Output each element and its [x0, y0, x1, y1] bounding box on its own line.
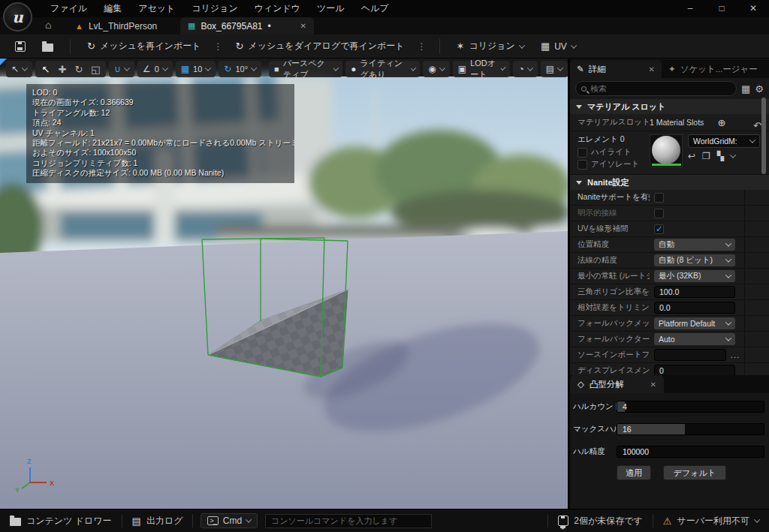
- material-underline: [652, 164, 681, 166]
- stat-line: トライアングル数: 12: [32, 108, 288, 118]
- keep-triangle-percent-input[interactable]: 100.0: [654, 286, 735, 298]
- hull-precision-row: ハル精度 100000: [570, 446, 769, 458]
- position-precision-dropdown[interactable]: 自動: [654, 239, 735, 251]
- move-tool-icon[interactable]: ✚: [55, 64, 70, 75]
- reimport-options-icon[interactable]: ⋮: [211, 41, 225, 52]
- default-button[interactable]: デフォルト: [663, 465, 726, 480]
- checker-dropdown-icon[interactable]: ▚: [717, 151, 724, 161]
- add-material-slot-icon[interactable]: ⊕: [717, 117, 725, 128]
- trim-relative-error-input[interactable]: 0.0: [654, 302, 735, 314]
- tab-close-icon[interactable]: ✕: [300, 22, 306, 30]
- display-filter-icon[interactable]: ▦: [741, 83, 750, 95]
- minimum-residency-dropdown[interactable]: 最小 (32KB): [654, 270, 735, 282]
- unsaved-assets-button[interactable]: 2個が未保存です: [548, 509, 653, 532]
- max-hull-slider[interactable]: 16: [617, 423, 764, 435]
- section-material-slots[interactable]: マテリアル スロット: [570, 99, 769, 114]
- gear-icon[interactable]: ⚙: [755, 83, 764, 95]
- use-selected-icon[interactable]: ↩: [688, 151, 695, 161]
- surface-snap-button[interactable]: ∪: [109, 61, 134, 77]
- browse-file-button[interactable]: ...: [731, 350, 740, 359]
- tab-asset[interactable]: ▦ Box_66795A81 • ✕: [180, 17, 314, 35]
- lod-button[interactable]: ▣ LODオート: [453, 61, 511, 77]
- highlight-checkbox[interactable]: [578, 148, 587, 158]
- nanite-enabled-checkbox[interactable]: [654, 193, 664, 203]
- tab-convex-decomposition[interactable]: ◇ 凸型分解 ✕: [570, 375, 664, 393]
- scale-snap-value: 0: [155, 65, 159, 74]
- max-hull-value: 16: [623, 425, 632, 434]
- chevron-down-icon: [526, 65, 532, 71]
- viewport[interactable]: Z X Y ↖ ↖ ✚ ↻ ◱ ∪ ∠ 0: [0, 59, 568, 509]
- grid-snap-button[interactable]: ▦ 10: [176, 61, 216, 77]
- content-drawer-button[interactable]: コンテンツ ドロワー: [0, 509, 122, 532]
- output-log-icon: ▤: [132, 515, 141, 527]
- tab-level[interactable]: ▲ LvL_ThirdPerson: [69, 17, 163, 35]
- fallback-mesh-dropdown[interactable]: Platform Default: [654, 317, 735, 329]
- scale-tool-icon[interactable]: ◱: [88, 64, 103, 75]
- source-import-filename-input[interactable]: [654, 349, 726, 361]
- menu-help[interactable]: ヘルプ: [353, 0, 397, 17]
- home-icon[interactable]: ⌂: [45, 19, 51, 31]
- browse-asset-button[interactable]: [36, 38, 59, 55]
- gauge-icon: ◔: [518, 64, 523, 74]
- select-tool-icon[interactable]: ↖: [38, 64, 53, 75]
- search-input[interactable]: [590, 84, 731, 93]
- rotation-snap-value: 10°: [235, 65, 248, 74]
- screenshot-button[interactable]: ▤: [541, 61, 568, 77]
- minimize-button[interactable]: –: [674, 0, 706, 17]
- apply-button[interactable]: 適用: [617, 465, 651, 480]
- reimport-dialog-options-icon[interactable]: ⋮: [415, 41, 429, 52]
- reimport-dialog-button[interactable]: ↻ メッシュをダイアログで再インポート: [229, 37, 410, 56]
- material-element-row: エレメント 0 ハイライト アイソレート WorldGridM: ↩ ❐: [570, 131, 769, 175]
- scale-snap-button[interactable]: ∠ 0: [137, 61, 173, 77]
- hull-precision-input[interactable]: 100000: [617, 446, 764, 458]
- close-button[interactable]: ✕: [737, 0, 769, 17]
- tab-details[interactable]: ✎ 詳細 ✕: [570, 60, 662, 78]
- tab-bar: ⌂ ▲ LvL_ThirdPerson ▦ Box_66795A81 • ✕: [0, 17, 769, 35]
- output-log-button[interactable]: ▤ 出力ログ: [122, 509, 193, 532]
- convex-tab-bar: ◇ 凸型分解 ✕: [570, 375, 769, 393]
- unreal-logo[interactable]: u: [3, 2, 32, 32]
- reset-to-default-icon[interactable]: ↶: [753, 120, 761, 131]
- tab-socket-manager[interactable]: ✦ ソケット...ージャー: [662, 60, 764, 78]
- tab-close-icon[interactable]: ✕: [649, 65, 655, 74]
- fallback-target-dropdown[interactable]: Auto: [654, 333, 735, 345]
- menu-asset[interactable]: アセット: [130, 0, 183, 17]
- menu-file[interactable]: ファイル: [42, 0, 95, 17]
- show-flags-button[interactable]: ◉: [423, 61, 449, 77]
- cmd-dropdown[interactable]: >_ Cmd: [201, 513, 258, 528]
- material-select-dropdown[interactable]: WorldGridM:: [688, 134, 760, 148]
- isolate-checkbox[interactable]: [578, 160, 587, 170]
- hull-count-slider[interactable]: 4: [617, 401, 764, 413]
- menu-collision[interactable]: コリジョン: [183, 0, 246, 17]
- menu-window[interactable]: ウィンドウ: [246, 0, 309, 17]
- rotation-snap-button[interactable]: ↻ 10°: [219, 61, 261, 77]
- folder-search-icon: [42, 44, 53, 52]
- performance-button[interactable]: ◔: [513, 61, 537, 77]
- lerp-uvs-checkbox[interactable]: [654, 224, 664, 234]
- section-nanite[interactable]: Nanite設定: [570, 175, 769, 190]
- browse-to-asset-icon[interactable]: ❐: [702, 151, 710, 161]
- menu-edit[interactable]: 編集: [95, 0, 130, 17]
- perspective-button[interactable]: ◼ パースペクティブ: [269, 61, 342, 77]
- normal-precision-dropdown[interactable]: 自動 (8 ビット): [654, 254, 735, 266]
- menu-tools[interactable]: ツール: [309, 0, 353, 17]
- property-label: フォールバックター...: [570, 334, 650, 344]
- uv-menu-button[interactable]: ▦ UV: [535, 38, 582, 55]
- material-thumbnail[interactable]: [650, 134, 683, 167]
- collision-menu-button[interactable]: ✶ コリジョン: [451, 37, 530, 56]
- section-label: Nanite設定: [587, 177, 629, 188]
- pencil-icon: ✎: [577, 64, 584, 74]
- reimport-mesh-button[interactable]: ↻ メッシュを再インポート: [81, 37, 207, 56]
- select-mode-button[interactable]: ↖: [6, 61, 32, 77]
- save-button[interactable]: [9, 38, 32, 55]
- rotate-tool-icon[interactable]: ↻: [71, 64, 86, 75]
- search-box[interactable]: [575, 81, 737, 96]
- property-label: 位置精度: [570, 239, 650, 250]
- explicit-tangents-checkbox[interactable]: [654, 209, 664, 218]
- view-mode-button[interactable]: ● ライティングあり: [345, 61, 420, 77]
- maximize-button[interactable]: □: [706, 0, 737, 17]
- tab-close-icon[interactable]: ✕: [650, 380, 656, 389]
- server-status-button[interactable]: ⚠ サーバー利用不可: [653, 509, 769, 532]
- console-command-input[interactable]: [265, 514, 432, 528]
- details-scrollbar[interactable]: [761, 98, 766, 174]
